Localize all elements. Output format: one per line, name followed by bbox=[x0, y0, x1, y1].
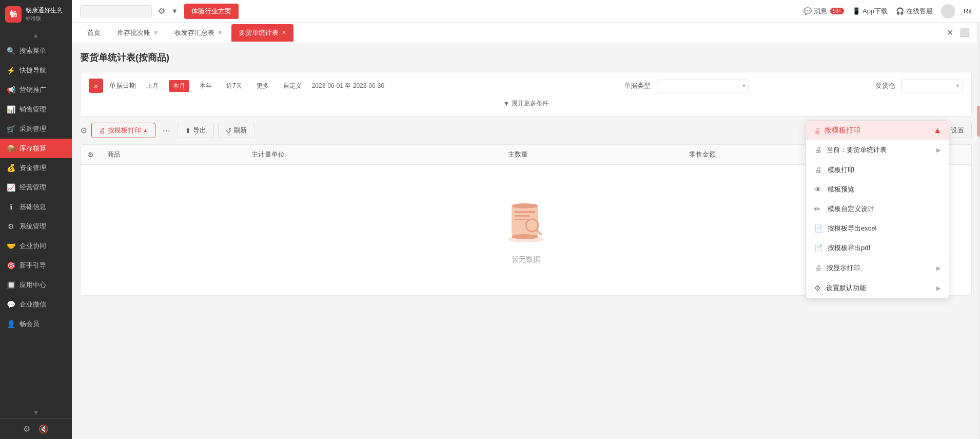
goods-select[interactable] bbox=[901, 80, 963, 92]
date-year-btn[interactable]: 本年 bbox=[195, 80, 216, 92]
sidebar-item-inventory[interactable]: 📦 库存核算 bbox=[0, 139, 72, 158]
sidebar-item-finance[interactable]: 💰 资金管理 bbox=[0, 158, 72, 178]
printer-header-icon: 🖨 bbox=[813, 126, 820, 135]
topbar-gear-icon[interactable]: ⚙ bbox=[158, 6, 165, 16]
dropdown-item-preview[interactable]: 👁 模板预览 bbox=[806, 180, 949, 199]
sidebar-label-newbie: 新手引导 bbox=[19, 261, 46, 270]
user-avatar[interactable] bbox=[941, 4, 955, 18]
online-service-btn[interactable]: 🎧 在线客服 bbox=[896, 7, 933, 16]
sidebar-item-marketing[interactable]: 📢 营销推广 bbox=[0, 80, 72, 100]
online-service-label: 在线客服 bbox=[906, 7, 933, 16]
message-icon: 💬 bbox=[803, 7, 812, 15]
empty-illustration bbox=[500, 196, 552, 247]
sidebar-item-enterprise[interactable]: 🤝 企业协同 bbox=[0, 236, 72, 256]
tab-fullscreen-btn[interactable]: ⬜ bbox=[957, 26, 972, 40]
app-download-btn[interactable]: 📱 App下载 bbox=[852, 7, 888, 16]
sidebar: 畅 畅康通好生意 标准版 ▲ 🔍 搜索菜单 ⚡ 快捷导航 📢 营销推广 📊 销售… bbox=[0, 0, 72, 439]
sidebar-item-sales[interactable]: 📊 销售管理 bbox=[0, 100, 72, 119]
template-preview-label: 模板预览 bbox=[828, 185, 854, 194]
message-btn[interactable]: 💬 消息 99+ bbox=[803, 7, 844, 16]
expand-more-btn[interactable]: ▼ 展开更多条件 bbox=[497, 97, 555, 110]
tab-batch[interactable]: 库存批次账 ✕ bbox=[110, 24, 165, 42]
tab-home[interactable]: 首页 bbox=[80, 24, 108, 42]
date-custom-btn[interactable]: 自定义 bbox=[279, 80, 306, 92]
sidebar-item-newbie[interactable]: 🎯 新手引导 bbox=[0, 256, 72, 275]
tab-close-all-btn[interactable]: ✕ bbox=[945, 26, 955, 40]
type-select[interactable] bbox=[657, 80, 749, 92]
gear-settings-icon[interactable]: ⚙ bbox=[80, 126, 87, 136]
goods-select-wrapper bbox=[901, 80, 963, 92]
sidebar-item-basic[interactable]: ℹ 基础信息 bbox=[0, 197, 72, 217]
template-custom-label: 模板自定义设计 bbox=[828, 204, 874, 214]
col-settings[interactable]: ⚙ bbox=[81, 145, 101, 165]
tab-batch-close[interactable]: ✕ bbox=[153, 29, 158, 36]
sidebar-label-inventory: 库存核算 bbox=[19, 144, 46, 153]
dropdown-item-print[interactable]: 🖨 模板打印 bbox=[806, 160, 949, 180]
dropdown-display-left: 🖨 按显示打印 bbox=[814, 263, 860, 273]
topbar-chevron[interactable]: ▼ bbox=[171, 7, 178, 15]
dropdown-current-item[interactable]: 🖨 当前：要货单统计表 ▶ bbox=[806, 140, 949, 160]
more-options-btn[interactable]: ··· bbox=[160, 124, 173, 137]
logo-icon: 畅 bbox=[5, 6, 22, 23]
sidebar-item-member[interactable]: 👤 畅会员 bbox=[0, 314, 72, 334]
sidebar-label-member: 畅会员 bbox=[19, 319, 40, 329]
refresh-icon: ↺ bbox=[226, 127, 231, 135]
dropdown-display-print[interactable]: 🖨 按显示打印 ▶ bbox=[806, 258, 949, 278]
sidebar-item-purchase[interactable]: 🛒 采购管理 bbox=[0, 119, 72, 139]
filter-expand-btn[interactable]: » bbox=[89, 79, 103, 93]
mute-icon[interactable]: 🔇 bbox=[38, 424, 49, 434]
sidebar-item-operation[interactable]: 📈 经营管理 bbox=[0, 178, 72, 197]
print-btn[interactable]: 🖨 按模板打印 ▲ bbox=[91, 123, 155, 138]
sidebar-item-system[interactable]: ⚙ 系统管理 bbox=[0, 217, 72, 236]
sidebar-nav: 🔍 搜索菜单 ⚡ 快捷导航 📢 营销推广 📊 销售管理 🛒 采购管理 📦 库存核… bbox=[0, 41, 72, 407]
finance-icon: 💰 bbox=[6, 163, 15, 173]
display-print-chevron: ▶ bbox=[936, 265, 940, 272]
scrollbar-thumb[interactable] bbox=[977, 106, 980, 137]
export-btn[interactable]: ⬆ 导出 bbox=[178, 123, 214, 138]
sidebar-item-search[interactable]: 🔍 搜索菜单 bbox=[0, 41, 72, 61]
sidebar-item-appstore[interactable]: 🔲 应用中心 bbox=[0, 275, 72, 295]
basic-icon: ℹ bbox=[6, 202, 15, 212]
app-name: 畅康通好生意 bbox=[26, 7, 63, 15]
sidebar-item-shortcut[interactable]: ⚡ 快捷导航 bbox=[0, 61, 72, 80]
date-more-btn[interactable]: 更多 bbox=[252, 80, 273, 92]
set-default-icon: ⚙ bbox=[814, 284, 821, 292]
operation-icon: 📈 bbox=[6, 183, 15, 192]
dropdown-item-export-pdf[interactable]: 📄 按模板导出pdf bbox=[806, 238, 949, 258]
date-current-btn[interactable]: 本月 bbox=[169, 80, 189, 92]
tab-collection[interactable]: 收发存汇总表 ✕ bbox=[167, 24, 229, 42]
dropdown-set-default[interactable]: ⚙ 设置默认功能 ▶ bbox=[806, 278, 949, 298]
settings-bottom-icon[interactable]: ⚙ bbox=[23, 424, 30, 434]
type-select-wrapper bbox=[657, 80, 749, 92]
dropdown-header: 🖨 按模板打印 ▲ bbox=[806, 121, 949, 140]
dropdown-template-section: 🖨 模板打印 👁 模板预览 ✏ 模板自定义设计 📄 按模板导出excel 📄 bbox=[806, 160, 949, 258]
dropdown-item-export-excel[interactable]: 📄 按模板导出excel bbox=[806, 219, 949, 238]
dropdown-item-custom-design[interactable]: ✏ 模板自定义设计 bbox=[806, 199, 949, 219]
filter-bar: » 单据日期 上月 本月 本年 近7天 更多 自定义 2023-06-01 至 … bbox=[80, 72, 972, 117]
template-print-label: 模板打印 bbox=[828, 165, 854, 175]
set-default-chevron: ▶ bbox=[936, 285, 940, 292]
topbar: ⚙ ▼ 体验行业方案 💬 消息 99+ 📱 App下载 🎧 在线客服 Rit bbox=[72, 0, 980, 23]
date-range-display: 2023-06-01 至 2023-06-30 bbox=[312, 82, 384, 90]
scroll-down-btn[interactable]: ▼ bbox=[0, 407, 72, 418]
refresh-btn[interactable]: ↺ 刷新 bbox=[218, 123, 254, 138]
date-7days-btn[interactable]: 近7天 bbox=[222, 80, 246, 92]
dropdown-close-btn[interactable]: ▲ bbox=[933, 126, 942, 135]
tab-order-stats-close[interactable]: ✕ bbox=[282, 29, 286, 36]
sidebar-item-wechat[interactable]: 💬 企业微信 bbox=[0, 295, 72, 314]
tab-batch-label: 库存批次账 bbox=[117, 28, 150, 37]
date-prev-btn[interactable]: 上月 bbox=[142, 80, 163, 92]
scroll-up-btn[interactable]: ▲ bbox=[0, 29, 72, 41]
tab-collection-label: 收发存汇总表 bbox=[174, 28, 214, 37]
tab-collection-close[interactable]: ✕ bbox=[218, 29, 222, 36]
sales-icon: 📊 bbox=[6, 105, 15, 114]
col-goods: 商品 bbox=[101, 145, 245, 165]
empty-text: 暂无数据 bbox=[512, 255, 540, 264]
date-filter-label: 单据日期 bbox=[109, 81, 136, 90]
industry-btn[interactable]: 体验行业方案 bbox=[184, 4, 239, 19]
topbar-search-input[interactable] bbox=[80, 5, 152, 17]
sidebar-label-search: 搜索菜单 bbox=[19, 46, 46, 55]
export-icon: ⬆ bbox=[185, 127, 191, 135]
tab-order-stats[interactable]: 要货单统计表 ✕ bbox=[231, 24, 293, 42]
sidebar-label-sales: 销售管理 bbox=[19, 105, 46, 114]
